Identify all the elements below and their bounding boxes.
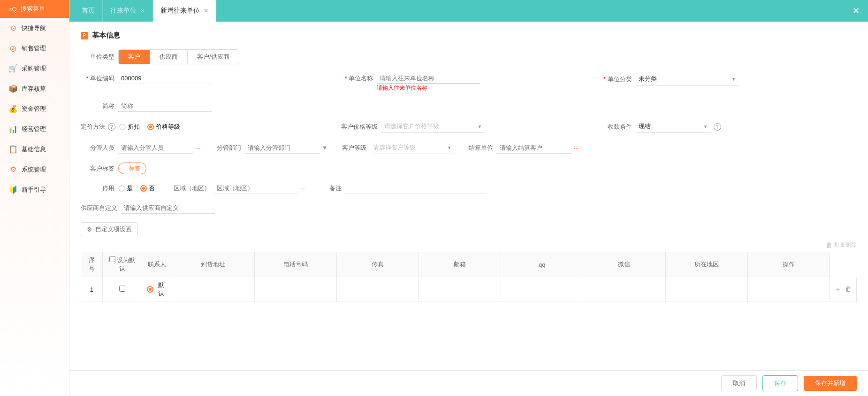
save-and-new-button[interactable]: 保存并新增: [804, 376, 857, 391]
col-default: 设为默认: [102, 252, 142, 277]
radio-no-circle: [140, 185, 147, 192]
remark-label: 备注: [327, 184, 345, 193]
tab-home[interactable]: 首页: [74, 0, 103, 22]
sidebar-item-finance[interactable]: 💰 资金管理: [0, 99, 69, 119]
manager-dots-button[interactable]: ···: [193, 144, 203, 152]
unit-category-select[interactable]: 未分类 ▼: [636, 73, 739, 85]
row-default-radio[interactable]: 默认: [147, 281, 167, 298]
sidebar-item-quick-nav[interactable]: ⊙ 快捷导航: [0, 18, 69, 38]
col-qq: qq: [501, 252, 583, 277]
settlement-input[interactable]: [497, 142, 572, 154]
radio-yes[interactable]: 是: [118, 184, 133, 193]
payment-terms-value: 现结: [639, 122, 701, 131]
disabled-label: 停用: [81, 184, 118, 193]
region-cell: 区域（地区） ···: [174, 183, 308, 194]
radio-no[interactable]: 否: [140, 184, 155, 193]
pricing-radio-group: 折扣 价格等级: [119, 123, 180, 131]
batch-delete-area: 🗑 批量删除: [81, 241, 857, 249]
add-row-button[interactable]: ＋: [835, 285, 841, 294]
dept-chevron: ▼: [322, 144, 328, 151]
sidebar-item-label: 系统管理: [22, 165, 46, 174]
tab-partner-list-close[interactable]: ✕: [140, 8, 145, 14]
remark-cell: 备注: [327, 183, 486, 194]
region-input[interactable]: [214, 183, 298, 194]
radio-price-level-circle: [147, 124, 154, 130]
short-name-input[interactable]: [118, 101, 212, 112]
select-all-checkbox[interactable]: [109, 256, 115, 262]
tag-add-button[interactable]: + 标签: [118, 163, 146, 174]
batch-delete-icon: 🗑: [826, 241, 832, 249]
radio-price-level[interactable]: 价格等级: [147, 123, 180, 131]
manager-input[interactable]: [118, 142, 193, 154]
unit-code-input[interactable]: [118, 73, 212, 84]
row-checkbox[interactable]: [119, 286, 125, 292]
operations-icon: 📊: [8, 124, 18, 133]
type-btn-customer[interactable]: 客户: [119, 50, 150, 64]
type-btn-both[interactable]: 客户/供应商: [188, 50, 239, 64]
col-email: 邮箱: [419, 252, 501, 277]
row-qq[interactable]: [583, 277, 665, 302]
row-wechat[interactable]: [665, 277, 747, 302]
sidebar-item-operations[interactable]: 📊 经营管理: [0, 119, 69, 139]
row-default-radio-circle: [147, 286, 153, 293]
row-email[interactable]: [501, 277, 583, 302]
sidebar-item-sales[interactable]: ◎ 销售管理: [0, 38, 69, 58]
save-button[interactable]: 保存: [762, 375, 798, 391]
settlement-dots-button[interactable]: ···: [572, 144, 581, 152]
sidebar-item-label: 资金管理: [22, 105, 46, 113]
tab-add-partner[interactable]: 新增往来单位 ✕: [153, 0, 216, 22]
tab-partner-list[interactable]: 往来单位 ✕: [103, 0, 153, 22]
type-btn-supplier[interactable]: 供应商: [150, 50, 188, 64]
customer-price-select[interactable]: 请选择客户价格等级 ▼: [381, 120, 485, 133]
footer: 取消 保存 保存并新增: [69, 370, 868, 396]
custom-settings-button[interactable]: ⚙ 自定义项设置: [81, 222, 138, 236]
row-address[interactable]: [254, 277, 336, 302]
customer-level-label: 客户等级: [337, 144, 370, 152]
tab-partner-list-label: 往来单位: [110, 7, 137, 15]
cancel-button[interactable]: 取消: [721, 375, 757, 391]
quick-nav-icon: ⊙: [8, 23, 18, 32]
tab-add-partner-close[interactable]: ✕: [204, 8, 208, 14]
payment-terms-select[interactable]: 现结 ▼: [636, 120, 711, 133]
table-row: 1 默认: [81, 277, 857, 302]
pricing-method-cell: 定价方法 ? 折扣 价格等级: [81, 123, 339, 131]
delete-row-button[interactable]: 🗑: [845, 285, 852, 294]
customer-price-label: 客户价格等级: [339, 123, 381, 131]
sidebar-item-basics[interactable]: 📋 基础信息: [0, 139, 69, 159]
contacts-table: 序号 设为默认 设为默认 联系人 到货地址 电话号码 传真 邮箱 qq 微信 所…: [81, 252, 857, 302]
row-actions: ＋ 🗑: [835, 285, 852, 294]
row-contact[interactable]: [172, 277, 254, 302]
sidebar-item-label: 采购管理: [22, 64, 46, 73]
sidebar: ≡Q 搜索菜单 ⊙ 快捷导航 ◎ 销售管理 🛒 采购管理 📦 库存核算 💰 资金…: [0, 0, 69, 396]
remark-input[interactable]: [345, 183, 486, 194]
unit-name-input[interactable]: [377, 73, 480, 84]
payment-help-icon[interactable]: ?: [714, 123, 721, 131]
sidebar-item-system[interactable]: ⚙ 系统管理: [0, 159, 69, 179]
sidebar-item-label: 新手引导: [22, 186, 46, 194]
pricing-help-icon[interactable]: ?: [108, 123, 115, 131]
row-fax[interactable]: [419, 277, 501, 302]
row-checkbox-cell: [102, 277, 142, 302]
row-code-name-category: 单位编码 单位名称 请输入往来单位名称 单位分类 未分类 ▼: [81, 73, 857, 92]
row-customer-tag: 客户标签 + 标签: [81, 163, 857, 174]
customer-level-select[interactable]: 请选择客户等级 ▼: [370, 141, 455, 154]
customer-price-cell: 客户价格等级 请选择客户价格等级 ▼: [339, 120, 598, 133]
row-phone[interactable]: [336, 277, 419, 302]
sidebar-item-guide[interactable]: 🔰 新手引导: [0, 179, 69, 200]
unit-category-cell: 单位分类 未分类 ▼: [598, 73, 857, 85]
batch-delete-label[interactable]: 批量删除: [834, 241, 857, 249]
dept-input[interactable]: [245, 142, 320, 154]
search-icon: ≡Q: [8, 6, 17, 13]
sidebar-item-inventory[interactable]: 📦 库存核算: [0, 78, 69, 99]
purchase-icon: 🛒: [8, 64, 18, 73]
close-all-button[interactable]: ✕: [849, 4, 863, 18]
search-menu-button[interactable]: ≡Q 搜索菜单: [0, 0, 69, 18]
row-region[interactable]: [747, 277, 830, 302]
sidebar-item-purchase[interactable]: 🛒 采购管理: [0, 58, 69, 78]
region-dots-button[interactable]: ···: [298, 185, 308, 192]
gear-icon: ⚙: [87, 226, 92, 233]
radio-price-level-label: 价格等级: [156, 123, 180, 131]
radio-discount[interactable]: 折扣: [119, 123, 140, 131]
supplier-custom-input[interactable]: [121, 202, 215, 214]
unit-category-chevron: ▼: [731, 77, 736, 82]
